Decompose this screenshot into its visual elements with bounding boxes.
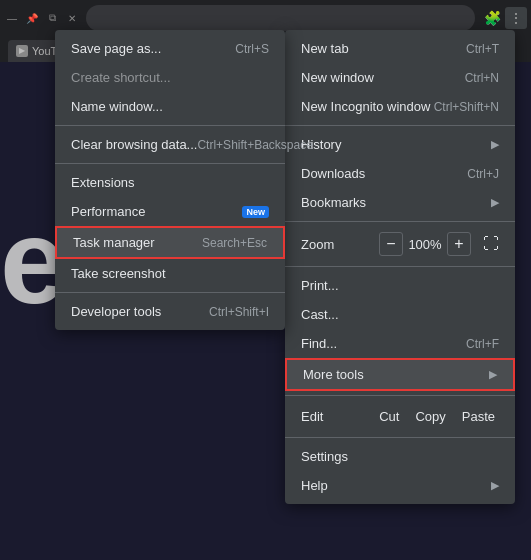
menu-item-task-manager[interactable]: Task manager Search+Esc: [55, 226, 285, 259]
pin-btn[interactable]: 📌: [24, 10, 40, 26]
menu-item-print[interactable]: Print...: [285, 271, 515, 300]
extensions-icon[interactable]: 🧩: [481, 7, 503, 29]
menu-divider-4: [285, 395, 515, 396]
menu-item-performance[interactable]: Performance New: [55, 197, 285, 226]
secondary-divider-2: [55, 163, 285, 164]
menu-item-settings[interactable]: Settings: [285, 442, 515, 471]
close-btn[interactable]: ✕: [64, 10, 80, 26]
secondary-divider-3: [55, 292, 285, 293]
menu-divider-5: [285, 437, 515, 438]
window-controls: — 📌 ⧉ ✕: [4, 10, 80, 26]
menu-divider-2: [285, 221, 515, 222]
menu-divider-1: [285, 125, 515, 126]
copy-btn[interactable]: Copy: [411, 407, 449, 426]
minimize-btn[interactable]: —: [4, 10, 20, 26]
edit-buttons: Cut Copy Paste: [375, 407, 499, 426]
menu-divider-3: [285, 266, 515, 267]
menu-item-find[interactable]: Find... Ctrl+F: [285, 329, 515, 358]
menu-item-take-screenshot[interactable]: Take screenshot: [55, 259, 285, 288]
zoom-control: Zoom − 100% + ⛶: [285, 226, 515, 262]
zoom-out-btn[interactable]: −: [379, 232, 403, 256]
zoom-in-btn[interactable]: +: [447, 232, 471, 256]
menu-item-extensions[interactable]: Extensions: [55, 168, 285, 197]
youtube-favicon: ▶: [16, 45, 28, 57]
menu-item-incognito[interactable]: New Incognito window Ctrl+Shift+N: [285, 92, 515, 121]
menu-item-new-window[interactable]: New window Ctrl+N: [285, 63, 515, 92]
toolbar-icons: 🧩 ⋮: [481, 7, 527, 29]
menu-item-more-tools[interactable]: More tools ▶: [285, 358, 515, 391]
fullscreen-btn[interactable]: ⛶: [483, 235, 499, 253]
menu-item-history[interactable]: History ▶: [285, 130, 515, 159]
menu-item-name-window[interactable]: Name window...: [55, 92, 285, 121]
menu-item-clear-browsing[interactable]: Clear browsing data... Ctrl+Shift+Backsp…: [55, 130, 285, 159]
address-bar[interactable]: [86, 5, 475, 31]
menu-item-new-tab[interactable]: New tab Ctrl+T: [285, 34, 515, 63]
menu-item-developer-tools[interactable]: Developer tools Ctrl+Shift+I: [55, 297, 285, 326]
cut-btn[interactable]: Cut: [375, 407, 403, 426]
paste-btn[interactable]: Paste: [458, 407, 499, 426]
three-dot-menu-btn[interactable]: ⋮: [505, 7, 527, 29]
primary-menu: New tab Ctrl+T New window Ctrl+N New Inc…: [285, 30, 515, 504]
browser-frame: — 📌 ⧉ ✕ 🧩 ⋮ ▶ YouTube ♪ YouTube Music f …: [0, 0, 531, 62]
menu-item-save-page[interactable]: Save page as... Ctrl+S: [55, 34, 285, 63]
secondary-divider-1: [55, 125, 285, 126]
menu-item-cast[interactable]: Cast...: [285, 300, 515, 329]
zoom-buttons: − 100% + ⛶: [379, 232, 499, 256]
menu-item-create-shortcut[interactable]: Create shortcut...: [55, 63, 285, 92]
edit-row: Edit Cut Copy Paste: [285, 400, 515, 433]
performance-badge: New: [242, 206, 269, 218]
restore-btn[interactable]: ⧉: [44, 10, 60, 26]
menu-item-help[interactable]: Help ▶: [285, 471, 515, 500]
menu-item-downloads[interactable]: Downloads Ctrl+J: [285, 159, 515, 188]
secondary-menu: Save page as... Ctrl+S Create shortcut..…: [55, 30, 285, 330]
menu-item-bookmarks[interactable]: Bookmarks ▶: [285, 188, 515, 217]
